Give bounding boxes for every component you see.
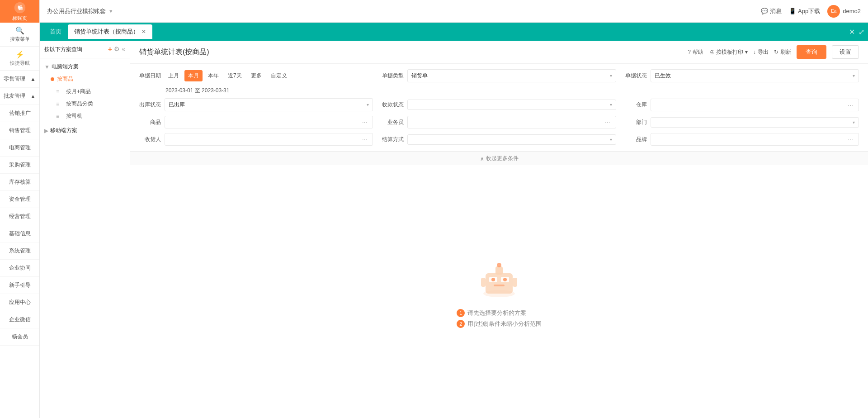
date-group: 上月 本月 本年 近7天 更多 自定义 [165, 70, 373, 81]
sidebar-item-inventory[interactable]: 库存核算 [0, 174, 39, 191]
btn-more[interactable]: 更多 [247, 70, 265, 81]
brand-dots[interactable]: ··· [846, 136, 855, 143]
warehouse-select[interactable]: ··· [651, 99, 859, 111]
sidebar-item-enterprise[interactable]: 企业协同 [0, 260, 39, 277]
wechat-label: 企业微信 [9, 316, 31, 323]
user-name: demo2 [843, 8, 861, 14]
sidebar-item-operations[interactable]: 经营管理 [0, 208, 39, 225]
scheme-item-by-cashier[interactable]: ≡ 按司机 [40, 110, 130, 122]
wholesale-arrow: ▲ [30, 93, 36, 100]
salesperson-dots[interactable]: ··· [603, 119, 612, 126]
collapse-bar[interactable]: ∧ 收起更多条件 [130, 152, 868, 165]
sidebar-item-apps[interactable]: 应用中心 [0, 294, 39, 311]
sidebar-item-sales[interactable]: 销售管理 [0, 122, 39, 139]
svg-text:畅: 畅 [17, 5, 22, 10]
filter-date-cell: 单据日期 上月 本月 本年 近7天 更多 自定义 [139, 69, 373, 82]
department-select[interactable]: ▾ [651, 117, 859, 128]
filter-row-3: 商品 ··· 业务员 ··· 部门 [139, 116, 859, 128]
help-btn[interactable]: ? 帮助 [688, 48, 703, 56]
scheme-settings-icon[interactable]: ⚙ [114, 45, 120, 53]
sidebar-item-wechat[interactable]: 企业微信 [0, 311, 39, 328]
sidebar-item-wholesale[interactable]: 批发管理 ▲ [0, 88, 39, 105]
system-label: 系统管理 [9, 247, 31, 255]
print-btn[interactable]: 🖨 按模板打印 ▾ [709, 48, 748, 56]
main-area: 办公用品行业模拟账套 ▾ 💬 消息 📱 App下载 Ea demo2 首页 [40, 0, 868, 418]
outstatus-select[interactable]: 已出库 ▾ [165, 98, 373, 111]
sidebar-item-guide[interactable]: 新手引导 [0, 277, 39, 294]
doctype-select[interactable]: 销货单 ▾ [407, 69, 616, 82]
app-download-btn[interactable]: 📱 App下载 [789, 7, 820, 15]
filter-area: 单据日期 上月 本月 本年 近7天 更多 自定义 单据类型 [130, 64, 868, 152]
filter-receiptstatus-cell: 收款状态 ▾ [382, 98, 616, 111]
sub-icon-1: ≡ [56, 89, 63, 95]
product-dots[interactable]: ··· [360, 119, 369, 126]
query-button[interactable]: 查询 [797, 45, 826, 59]
department-label: 部门 [625, 119, 647, 126]
industry-arrow[interactable]: ▾ [109, 8, 113, 14]
desktop-group-arrow: ▼ [44, 64, 50, 70]
tab-close-icon[interactable]: ✕ [142, 28, 146, 35]
scheme-add-icon[interactable]: + [108, 45, 112, 53]
scheme-item-by-month-product[interactable]: ≡ 按月+商品 [40, 86, 130, 98]
scheme-item-by-category[interactable]: ≡ 按商品分类 [40, 98, 130, 110]
sidebar-item-base[interactable]: 基础信息 [0, 225, 39, 242]
marketing-label: 营销推广 [9, 109, 31, 117]
svg-rect-12 [513, 278, 517, 287]
btn-custom[interactable]: 自定义 [267, 70, 291, 81]
btn-this-month[interactable]: 本月 [184, 70, 203, 81]
message-btn[interactable]: 💬 消息 [761, 7, 782, 15]
outstatus-arrow: ▾ [367, 102, 369, 107]
doctype-value: 销货单 [411, 72, 428, 80]
docstatus-select[interactable]: 已生效 ▾ [651, 69, 859, 82]
tab-expand-icon[interactable]: ⤢ [859, 28, 864, 36]
warehouse-dots[interactable]: ··· [846, 101, 855, 109]
brand-label: 品牌 [625, 136, 647, 143]
receiptstatus-select[interactable]: ▾ [407, 100, 616, 110]
sidebar-item-finance[interactable]: 资金管理 [0, 191, 39, 208]
export-btn[interactable]: ↓ 导出 [753, 48, 769, 56]
mobile-scheme-group[interactable]: ▶ 移动端方案 [40, 125, 130, 136]
header-left: 办公用品行业模拟账套 ▾ [47, 7, 113, 15]
receiver-dots[interactable]: ··· [360, 136, 369, 143]
scheme-item-by-product[interactable]: 按商品 [40, 72, 130, 86]
inventory-label: 库存核算 [9, 178, 31, 186]
refresh-btn[interactable]: ↻ 刷新 [774, 48, 791, 56]
receiver-label: 收货人 [139, 136, 161, 143]
user-menu[interactable]: Ea demo2 [827, 5, 861, 18]
outstatus-value: 已出库 [169, 101, 185, 109]
filter-brand-cell: 品牌 ··· [625, 133, 859, 146]
collapse-label: 收起更多条件 [486, 155, 519, 162]
btn-7days[interactable]: 近7天 [224, 70, 245, 81]
receiver-select[interactable]: ··· [165, 133, 373, 146]
salesperson-label: 业务员 [382, 119, 404, 126]
sidebar-item-system[interactable]: 系统管理 [0, 242, 39, 260]
sidebar-search[interactable]: 🔍 搜索菜单 [0, 23, 39, 47]
filter-department-cell: 部门 ▾ [625, 116, 859, 128]
btn-last-month[interactable]: 上月 [165, 70, 183, 81]
filter-settlement-cell: 结算方式 ▾ [382, 133, 616, 146]
sidebar-item-retail[interactable]: 零售管理 ▲ [0, 71, 39, 88]
logo[interactable]: 畅 标账页 [0, 0, 39, 23]
page-title: 销货单统计表(按商品) [139, 48, 209, 57]
salesperson-select[interactable]: ··· [407, 116, 616, 128]
brand-select[interactable]: ··· [651, 133, 859, 146]
desktop-group-title[interactable]: ▼ 电脑端方案 [40, 61, 130, 72]
scheme-collapse-icon[interactable]: « [122, 45, 125, 53]
product-select[interactable]: ··· [165, 116, 373, 128]
empty-state: 1 请先选择要分析的方案 2 用[过滤]条件来缩小分析范围 [130, 165, 868, 418]
sidebar-item-member[interactable]: 畅会员 [0, 328, 39, 346]
quick-nav[interactable]: ⚡ 快捷导航 [0, 47, 39, 71]
sidebar-item-marketing[interactable]: 营销推广 [0, 105, 39, 122]
settings-button[interactable]: 设置 [832, 45, 859, 59]
settlement-select[interactable]: ▾ [407, 134, 616, 145]
filter-doctype-cell: 单据类型 销货单 ▾ [382, 69, 616, 82]
tab-stats[interactable]: 销货单统计表（按商品） ✕ [68, 24, 152, 39]
sidebar-item-ecommerce[interactable]: 电商管理 [0, 139, 39, 157]
tab-close-all-icon[interactable]: ✕ [849, 28, 855, 36]
tab-home[interactable]: 首页 [43, 24, 68, 39]
content-area: 按以下方案查询 + ⚙ « ▼ 电脑端方案 按商品 ≡ 按月+ [40, 41, 868, 418]
sidebar-item-purchase[interactable]: 采购管理 [0, 157, 39, 174]
right-panel: 销货单统计表(按商品) ? 帮助 🖨 按模板打印 ▾ ↓ 导出 [130, 41, 868, 418]
btn-this-year[interactable]: 本年 [204, 70, 222, 81]
page-title-bar: 销货单统计表(按商品) ? 帮助 🖨 按模板打印 ▾ ↓ 导出 [130, 41, 868, 64]
